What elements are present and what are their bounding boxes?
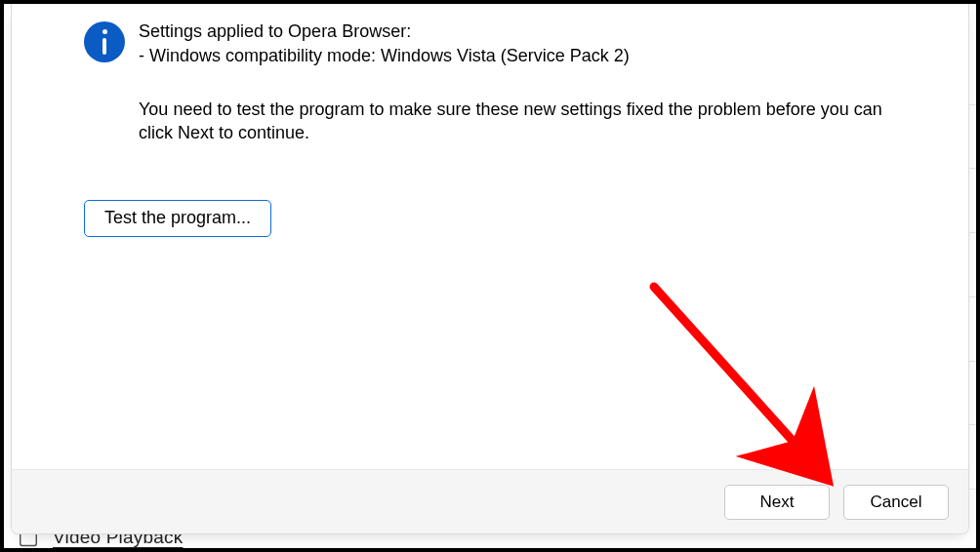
dialog-message: Settings applied to Opera Browser: - Win… xyxy=(139,20,925,145)
test-program-button[interactable]: Test the program... xyxy=(84,200,271,237)
cancel-button[interactable]: Cancel xyxy=(843,485,949,520)
svg-line-1 xyxy=(654,287,810,460)
instruction-text: You need to test the program to make sur… xyxy=(139,98,910,146)
dialog-footer: Next Cancel xyxy=(12,469,968,533)
next-button[interactable]: Next xyxy=(724,485,830,520)
annotation-arrow xyxy=(636,275,871,499)
screenshot-frame: Video Playback Settings applied to Opera… xyxy=(0,0,980,552)
dialog-content: Settings applied to Opera Browser: - Win… xyxy=(12,4,968,469)
settings-applied-line: Settings applied to Opera Browser: xyxy=(139,20,925,44)
compatibility-troubleshooter-dialog: Settings applied to Opera Browser: - Win… xyxy=(11,4,969,534)
svg-rect-0 xyxy=(20,533,37,546)
compatibility-mode-line: - Windows compatibility mode: Windows Vi… xyxy=(139,44,925,68)
info-icon xyxy=(84,21,125,62)
